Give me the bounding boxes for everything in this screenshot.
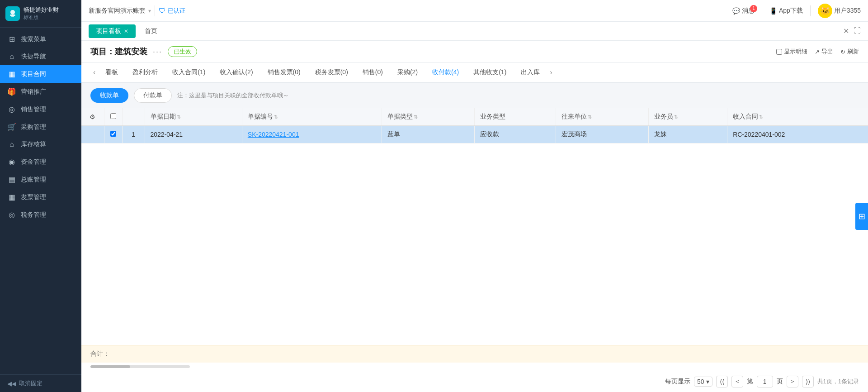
col-type-header[interactable]: 单据类型⇅ [382,108,474,126]
more-options-button[interactable]: ··· [153,47,162,57]
prev-page-icon: ＜ [734,378,741,386]
sidebar-item-purchase-mgmt[interactable]: 🛒采购管理 [0,118,81,136]
row-partner: 宏茂商场 [556,126,649,143]
content-wrapper: 项目：建筑安装 ··· 已生效 显示明细 ↗ 导出 ↻ 刷新 [81,41,868,392]
sub-nav-sales-invoice[interactable]: 销售发票(0) [260,63,308,83]
col-partner-header[interactable]: 往来单位⇅ [556,108,649,126]
next-page-button[interactable]: ＞ [787,376,798,387]
user-menu[interactable]: 🐱 用户3355 [818,4,861,18]
sub-nav-left-arrow[interactable]: ‹ [90,65,98,80]
svg-rect-1 [10,14,15,16]
page-size-select[interactable]: 50 ▾ [694,377,712,387]
account-selector[interactable]: 新服务官网演示账套 ▾ [89,7,151,15]
pagination: 每页显示 50 ▾ ⟨⟨ ＜ 第 1 页 ＞ ⟩⟩ [81,371,868,392]
tab-project-board[interactable]: 项目看板✕ [89,24,136,38]
sub-nav-right-arrow[interactable]: › [547,65,555,80]
total-info: 共1页，1条记录 [817,378,859,386]
select-all-checkbox[interactable] [110,113,116,119]
sub-nav-sales[interactable]: 销售(0) [355,63,390,83]
topbar: 新服务官网演示账套 ▾ 🛡 已认证 💬 消息 1 📱 App下载 🐱 [81,0,868,22]
last-page-button[interactable]: ⟩⟩ [802,376,814,387]
sidebar-item-tax-mgmt[interactable]: ◎税务管理 [0,206,81,224]
row-setting [81,126,104,143]
row-date: 2022-04-21 [145,126,242,143]
window-close-button[interactable]: ✕ [843,27,849,35]
message-badge: 1 [750,5,757,12]
scrollbar-thumb [90,365,130,368]
tab-label-project-board: 项目看板 [96,27,121,35]
message-button[interactable]: 💬 消息 1 [732,7,755,15]
table-row[interactable]: 12022-04-21SK-20220421-001蓝单应收款宏茂商场龙妹RC-… [81,126,868,143]
first-page-icon: ⟨⟨ [720,378,724,385]
sub-nav-purchase[interactable]: 采购(2) [390,63,425,83]
svg-point-0 [10,10,15,14]
refresh-icon: ↻ [840,48,845,55]
tab-close-project-board[interactable]: ✕ [124,28,128,34]
topbar-left: 新服务官网演示账套 ▾ 🛡 已认证 [89,5,732,16]
sidebar-unpin[interactable]: ◀◀ 取消固定 [0,374,81,392]
show-detail-checkbox[interactable]: 显示明细 [776,48,807,56]
nav-label-quick-nav: 快捷导航 [21,53,46,61]
col-code-header[interactable]: 单据编号⇅ [242,108,382,126]
inner-tab-receipt[interactable]: 收款单 [90,88,128,103]
export-button[interactable]: ↗ 导出 [815,48,833,56]
sidebar-item-project-contract[interactable]: ▦项目合同 [0,65,81,83]
row-num: 1 [122,126,145,143]
sidebar-item-quick-nav[interactable]: ⌂快捷导航 [0,48,81,65]
nav-label-ledger-mgmt: 总账管理 [21,176,46,184]
row-checkbox[interactable] [110,131,116,137]
project-header-actions: 显示明细 ↗ 导出 ↻ 刷新 [776,48,859,56]
account-name: 新服务官网演示账套 [89,7,146,15]
table-wrapper[interactable]: ⚙单据日期⇅单据编号⇅单据类型⇅业务类型往来单位⇅业务员⇅收入合同⇅ 12022… [81,108,868,345]
col-salesperson-header[interactable]: 业务员⇅ [649,108,727,126]
sub-nav-other-expense[interactable]: 其他收支(1) [466,63,514,83]
sidebar-item-search[interactable]: ⊞搜索菜单 [0,30,81,48]
settings-icon[interactable]: ⚙ [90,113,95,120]
window-maximize-button[interactable]: ⛶ [854,27,861,35]
sidebar-header: 畅捷通好业财 标准版 [0,0,81,28]
sub-nav-in-out[interactable]: 出入库 [514,63,547,83]
sidebar-item-inventory[interactable]: ⌂库存核算 [0,136,81,153]
sidebar-item-invoice-mgmt[interactable]: ▦发票管理 [0,188,81,206]
col-check-header[interactable] [104,108,122,126]
inner-tab-payment[interactable]: 付款单 [134,88,172,103]
sidebar-item-ledger-mgmt[interactable]: ▤总账管理 [0,171,81,188]
app-download-button[interactable]: 📱 App下载 [769,7,803,15]
sub-nav-payment[interactable]: 收付款(4) [425,63,466,83]
sub-nav-tax-invoice[interactable]: 税务发票(0) [308,63,355,83]
float-panel[interactable]: ⊞ [855,203,868,230]
sub-nav-kanban[interactable]: 看板 [98,63,125,83]
sort-icon-partner: ⇅ [588,114,592,120]
refresh-button[interactable]: ↻ 刷新 [840,48,859,56]
first-page-button[interactable]: ⟨⟨ [716,376,728,387]
message-icon: 💬 [732,7,740,14]
col-num-header [122,108,145,126]
sort-icon-code: ⇅ [274,114,278,120]
sidebar-item-sales-mgmt[interactable]: ◎销售管理 [0,100,81,118]
sidebar-item-capital-mgmt[interactable]: ◉资金管理 [0,153,81,171]
table-footer: 合计： [81,345,868,363]
sub-nav-income-confirm[interactable]: 收入确认(2) [212,63,260,83]
tab-home[interactable]: 首页 [137,24,165,38]
col-date-header[interactable]: 单据日期⇅ [145,108,242,126]
col-setting[interactable]: ⚙ [81,108,104,126]
show-detail-input[interactable] [776,49,782,55]
nav-label-tax-mgmt: 税务管理 [21,211,46,219]
col-income_contract-header[interactable]: 收入合同⇅ [727,108,868,126]
nav-icon-capital-mgmt: ◉ [7,158,16,166]
table-area: ⚙单据日期⇅单据编号⇅单据类型⇅业务类型往来单位⇅业务员⇅收入合同⇅ 12022… [81,108,868,392]
row-code[interactable]: SK-20220421-001 [242,126,382,143]
row-income-contract: RC-20220401-002 [727,126,868,143]
sub-nav-income-contract[interactable]: 收入合同(1) [165,63,212,83]
sub-nav-profit-analysis[interactable]: 盈利分析 [125,63,165,83]
row-biz-type: 应收款 [474,126,556,143]
prev-page-button[interactable]: ＜ [731,376,743,387]
nav-label-invoice-mgmt: 发票管理 [21,193,46,201]
record-link[interactable]: SK-20220421-001 [248,131,299,138]
row-checkbox-cell[interactable] [104,126,122,143]
sidebar-item-marketing[interactable]: 🎁营销推广 [0,83,81,100]
nav-label-inventory: 库存核算 [21,140,46,148]
inner-tab-note: 注：这里是与项目关联的全部收付款单哦～ [177,91,289,100]
certified-badge: 🛡 已认证 [159,7,185,15]
horizontal-scrollbar[interactable] [90,365,190,368]
